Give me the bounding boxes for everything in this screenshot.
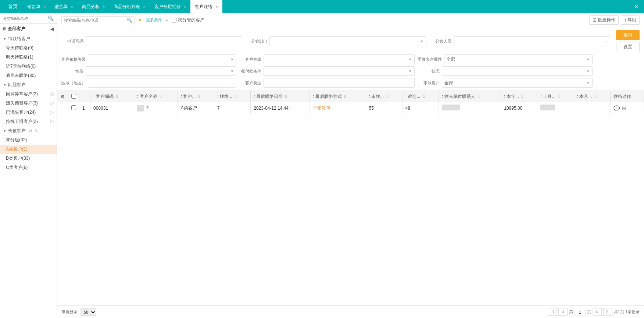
dept-field: 分管部门 ▼: [245, 36, 426, 46]
sidebar-item-overdue-contact[interactable]: 逾期未联络(30): [0, 71, 57, 80]
query-button[interactable]: 查询: [616, 30, 640, 40]
close-analysis-list-tab[interactable]: ×: [143, 4, 145, 9]
sidebar-item-churn-warning[interactable]: 流失预警客户(3) ⓘ: [0, 99, 57, 108]
nav-tab-home[interactable]: 首页: [3, 0, 23, 13]
nav-tab-analysis[interactable]: 商品分析 ×: [78, 0, 109, 13]
manager-input[interactable]: ···: [454, 36, 610, 46]
settings-button[interactable]: 设置: [616, 42, 640, 52]
export-button[interactable]: ↑ 导出: [621, 15, 640, 25]
nav-tab-sales[interactable]: 销货单 ×: [23, 0, 50, 13]
my-customers-checkbox[interactable]: [172, 18, 176, 22]
sidebar-item-tomorrow-contact[interactable]: 明天待联络(1): [0, 53, 57, 62]
col-this-month[interactable]: : 本月... ⇅: [574, 91, 610, 102]
sort-code-icon[interactable]: ⇅: [115, 95, 118, 99]
col-last-method[interactable]: : 最后联络方式 ⇅: [310, 91, 366, 102]
nature-select[interactable]: ▼: [86, 66, 236, 76]
main-layout: 🔍 ⊞ 全部客户 ◀ ▼ 待联络客户 今天待联络(0) 明天待联络(1) 近7天…: [0, 13, 644, 318]
edit-icon[interactable]: ✎: [35, 128, 38, 134]
sort-unitcontact-icon[interactable]: ⇅: [477, 95, 480, 99]
col-this-year[interactable]: : 本年... ⇅: [501, 91, 537, 102]
first-page-button[interactable]: 《: [548, 308, 557, 316]
sidebar-group-value[interactable]: ▼ 价值客户 ↺ ✎: [0, 126, 57, 135]
sort-nocontact-icon[interactable]: ⇅: [386, 95, 389, 99]
sidebar-search-icon[interactable]: 🔍: [48, 15, 54, 21]
sort-lastdate-icon[interactable]: ⇅: [285, 95, 287, 99]
region-field: 区域（地区） ···: [61, 78, 236, 88]
sort-contact-icon[interactable]: ⇅: [234, 95, 237, 99]
status-select[interactable]: ▼: [442, 66, 593, 76]
sort-thisyear-icon[interactable]: ⇅: [521, 95, 524, 99]
status-field: 状态 ▼: [418, 66, 593, 76]
payment-select[interactable]: ▼: [264, 66, 414, 76]
comment-action-icon[interactable]: 💬: [613, 105, 620, 111]
sidebar-item-7day-contact[interactable]: 近7天待联络(0): [0, 62, 57, 71]
more-conditions-button[interactable]: 更多条件: [146, 17, 162, 23]
nav-tab-analysis-list[interactable]: 商品分析列表 ×: [109, 0, 150, 13]
retail-customer-select[interactable]: 全部 ▼: [442, 78, 593, 88]
sidebar-search-input[interactable]: [3, 16, 46, 21]
col-code[interactable]: : 客户编码 ⇅: [90, 91, 134, 102]
dept-select[interactable]: ▼: [269, 36, 426, 46]
last-page-button[interactable]: 》: [603, 308, 612, 316]
customer-level-select[interactable]: ▼: [264, 54, 414, 64]
prev-page-button[interactable]: ＜: [558, 308, 568, 316]
close-purchase-tab[interactable]: ×: [71, 4, 73, 9]
sort-level-icon[interactable]: ⇅: [198, 95, 201, 99]
sort-overdue-icon[interactable]: ⇅: [422, 95, 425, 99]
retail-attr-select[interactable]: 全部 ▼: [444, 54, 593, 64]
customer-avatar: [137, 105, 144, 112]
batch-operation-button[interactable]: ☑ 批量操作: [589, 15, 619, 25]
last-method-link[interactable]: 下销货单: [313, 105, 330, 110]
sidebar-item-churned[interactable]: 已流失客户(24) ⓘ: [0, 108, 57, 117]
main-search-input[interactable]: [64, 18, 125, 22]
next-page-button[interactable]: ＞: [593, 308, 602, 316]
sort-name-icon[interactable]: ⇅: [159, 95, 162, 99]
sidebar-item-today-contact[interactable]: 今天待联络(0): [0, 43, 57, 53]
col-last-date[interactable]: : 最后联络日期 ⇅: [251, 91, 310, 102]
col-name[interactable]: : 客户名称 ⇅: [134, 91, 178, 102]
sidebar-item-unclassified[interactable]: 未分组(32): [0, 135, 57, 145]
close-all-button[interactable]: ×: [632, 3, 641, 10]
close-contact-tab[interactable]: ×: [215, 4, 218, 9]
grid-action-icon[interactable]: ⊞: [622, 105, 626, 111]
collapse-sidebar-icon[interactable]: ◀: [50, 26, 54, 32]
per-page-select[interactable]: 50: [80, 308, 96, 316]
page-number-input[interactable]: [575, 309, 586, 315]
col-contact[interactable]: : 联络... ⇅: [214, 91, 250, 102]
select-all-checkbox[interactable]: [71, 94, 76, 99]
price-level-select[interactable]: ▼: [88, 54, 236, 64]
customer-type-field: 客户类型: [239, 78, 414, 88]
sidebar-item-repurchase-abnormal[interactable]: 回购异常客户(2) ⓘ: [0, 89, 57, 99]
col-level[interactable]: : 客户... ⇅: [178, 91, 214, 102]
col-unit-contact[interactable]: : 往来单位联系人 ⇅: [439, 91, 501, 102]
refresh-icon[interactable]: ↺: [29, 128, 32, 134]
sidebar-item-class-b[interactable]: B类客户(33): [0, 154, 57, 163]
col-settings[interactable]: ⚙: [57, 91, 68, 102]
customer-type-input[interactable]: [264, 78, 414, 88]
col-overdue[interactable]: : 逾期... ⇅: [402, 91, 439, 102]
close-segment-tab[interactable]: ×: [184, 4, 186, 9]
phone-input[interactable]: [86, 36, 242, 46]
close-sales-tab[interactable]: ×: [43, 4, 46, 9]
sidebar-group-pending[interactable]: ▼ 待联络客户: [0, 34, 57, 43]
sidebar-item-declining[interactable]: 持续下滑客户(2) ⓘ: [0, 117, 57, 126]
sort-lastmethod-icon[interactable]: ⇅: [344, 95, 347, 99]
payment-field: 收付款条件 ▼: [239, 66, 414, 76]
col-no-contact[interactable]: : 未联... ⇅: [366, 91, 402, 102]
nav-tab-purchase[interactable]: 进货单 ×: [50, 0, 77, 13]
sidebar-group-problem[interactable]: ▼ 问题客户: [0, 80, 57, 89]
row-checkbox[interactable]: [71, 105, 76, 110]
sort-lastmonth-icon[interactable]: ⇅: [557, 95, 560, 99]
sidebar-item-class-c[interactable]: C类客户(6): [0, 163, 57, 172]
main-search-icon[interactable]: 🔍: [127, 18, 132, 23]
close-analysis-tab[interactable]: ×: [103, 4, 105, 9]
sort-thismonth-icon[interactable]: ⇅: [594, 95, 597, 99]
nav-tab-customer-segment[interactable]: 客户分层经营 ×: [150, 0, 190, 13]
sidebar-item-class-a[interactable]: A类客户(1): [0, 145, 57, 154]
ellipsis-icon-2: ···: [231, 81, 234, 85]
region-input[interactable]: ···: [88, 78, 236, 88]
col-last-month[interactable]: : 上月... ⇅: [537, 91, 574, 102]
top-navigation: 首页 销货单 × 进货单 × 商品分析 × 商品分析列表 × 客户分层经营 × …: [0, 0, 644, 13]
filter-icon: ▼: [138, 18, 142, 23]
nav-tab-customer-contact[interactable]: 客户联络 ×: [190, 0, 222, 13]
